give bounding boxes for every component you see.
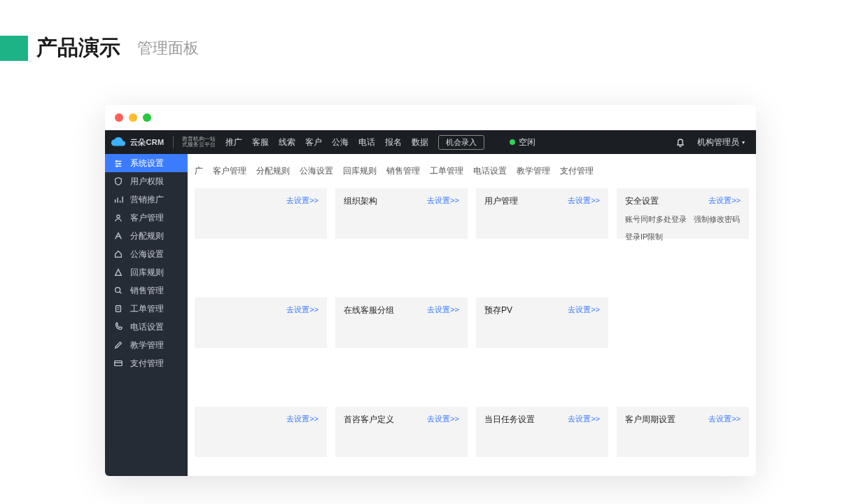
settings-card: 客户周期设置去设置>> bbox=[617, 407, 749, 457]
svg-point-0 bbox=[115, 160, 118, 162]
topbar: 云朵CRM 教育机构一站 式服务云平台 推广 客服 线索 客户 公海 电话 报名… bbox=[105, 130, 756, 154]
rule-icon bbox=[113, 231, 123, 241]
go-settings-link[interactable]: 去设置>> bbox=[568, 304, 600, 316]
sidebar-item-house[interactable]: 公海设置 bbox=[105, 245, 188, 263]
chip[interactable]: 强制修改密码 bbox=[694, 214, 740, 225]
go-settings-link[interactable]: 去设置>> bbox=[427, 414, 459, 426]
go-settings-link[interactable]: 去设置>> bbox=[286, 304, 318, 315]
nav-signup[interactable]: 报名 bbox=[385, 136, 402, 148]
logo-text: 云朵CRM bbox=[130, 137, 164, 148]
sidebar: 系统设置用户权限营销推广客户管理分配规则公海设置回库规则销售管理工单管理电话设置… bbox=[105, 154, 188, 476]
house-icon bbox=[113, 249, 123, 259]
go-settings-link[interactable]: 去设置>> bbox=[568, 414, 600, 426]
record-button[interactable]: 机会录入 bbox=[438, 135, 484, 150]
tab-1[interactable]: 客户管理 bbox=[208, 161, 251, 181]
sidebar-item-pen[interactable]: 教学管理 bbox=[105, 336, 188, 354]
tab-5[interactable]: 销售管理 bbox=[382, 161, 425, 181]
sidebar-item-label: 分配规则 bbox=[130, 230, 164, 242]
cloud-icon bbox=[111, 136, 126, 148]
card-title: 在线客服分组 bbox=[344, 304, 394, 316]
sidebar-item-label: 客户管理 bbox=[130, 212, 164, 224]
sidebar-item-label: 用户权限 bbox=[130, 176, 164, 188]
chip[interactable]: 登录IP限制 bbox=[625, 232, 663, 242]
go-settings-link[interactable]: 去设置>> bbox=[708, 195, 741, 207]
mac-traffic-lights bbox=[105, 105, 756, 130]
sidebar-item-label: 系统设置 bbox=[130, 158, 164, 169]
sidebar-item-rule[interactable]: 分配规则 bbox=[105, 227, 188, 245]
sidebar-item-label: 工单管理 bbox=[130, 303, 164, 315]
nav-pool[interactable]: 公海 bbox=[332, 136, 349, 148]
sidebar-item-doc[interactable]: 工单管理 bbox=[105, 300, 188, 318]
settings-card: 安全设置去设置>>账号同时多处登录强制修改密码登录IP限制 bbox=[617, 188, 749, 239]
chip[interactable]: 账号同时多处登录 bbox=[625, 214, 687, 225]
nav-leads[interactable]: 线索 bbox=[279, 136, 295, 148]
settings-card: 去设置>> bbox=[195, 407, 327, 457]
status-dot-icon bbox=[510, 139, 515, 145]
sidebar-item-card[interactable]: 支付管理 bbox=[105, 354, 188, 372]
shield-icon bbox=[113, 176, 123, 186]
sidebar-item-person[interactable]: 客户管理 bbox=[105, 209, 188, 227]
tab-0[interactable]: 广 bbox=[195, 161, 208, 181]
sidebar-item-chart[interactable]: 营销推广 bbox=[105, 190, 188, 209]
nav-client[interactable]: 客户 bbox=[305, 136, 322, 148]
sidebar-item-triangle[interactable]: 回库规则 bbox=[105, 263, 188, 281]
svg-point-1 bbox=[118, 163, 120, 165]
card-icon bbox=[113, 358, 123, 368]
go-settings-link[interactable]: 去设置>> bbox=[286, 195, 318, 206]
nav-service[interactable]: 客服 bbox=[252, 136, 269, 148]
settings-card: 去设置>> bbox=[195, 188, 327, 239]
svg-point-4 bbox=[115, 288, 120, 293]
go-settings-link[interactable]: 去设置>> bbox=[286, 414, 318, 424]
card-title: 预存PV bbox=[484, 304, 512, 316]
tab-8[interactable]: 教学管理 bbox=[512, 161, 555, 181]
settings-card: 预存PV去设置>> bbox=[476, 298, 608, 348]
chart-icon bbox=[113, 195, 123, 204]
svg-rect-5 bbox=[116, 306, 121, 312]
settings-card: 当日任务设置去设置>> bbox=[476, 407, 608, 457]
nav-data[interactable]: 数据 bbox=[412, 136, 428, 148]
card-title: 用户管理 bbox=[484, 195, 518, 207]
tab-7[interactable]: 电话设置 bbox=[468, 161, 512, 181]
bell-icon[interactable] bbox=[675, 136, 686, 148]
sidebar-item-search-person[interactable]: 销售管理 bbox=[105, 281, 188, 300]
close-dot[interactable] bbox=[115, 113, 123, 122]
user-name: 机构管理员 bbox=[697, 136, 739, 148]
nav-phone[interactable]: 电话 bbox=[358, 136, 375, 148]
chevron-down-icon: ▾ bbox=[742, 139, 745, 146]
maximize-dot[interactable] bbox=[143, 113, 151, 122]
go-settings-link[interactable]: 去设置>> bbox=[708, 414, 741, 426]
tab-6[interactable]: 工单管理 bbox=[425, 161, 468, 181]
go-settings-link[interactable]: 去设置>> bbox=[568, 195, 600, 207]
svg-rect-6 bbox=[115, 361, 122, 366]
nav-promo[interactable]: 推广 bbox=[225, 136, 242, 148]
go-settings-link[interactable]: 去设置>> bbox=[427, 304, 459, 316]
sidebar-item-shield[interactable]: 用户权限 bbox=[105, 172, 188, 190]
sidebar-item-sliders[interactable]: 系统设置 bbox=[105, 154, 188, 172]
sliders-icon bbox=[113, 158, 123, 168]
settings-card: 去设置>> bbox=[195, 298, 327, 348]
status-text: 空闲 bbox=[519, 136, 536, 148]
svg-point-2 bbox=[116, 165, 118, 167]
logo-tagline2: 式服务云平台 bbox=[182, 142, 216, 148]
status-indicator[interactable]: 空闲 bbox=[510, 136, 536, 148]
tab-3[interactable]: 公海设置 bbox=[295, 161, 338, 181]
tab-4[interactable]: 回库规则 bbox=[338, 161, 382, 181]
sidebar-item-label: 营销推广 bbox=[130, 194, 164, 206]
tab-2[interactable]: 分配规则 bbox=[251, 161, 295, 181]
logo[interactable]: 云朵CRM 教育机构一站 式服务云平台 bbox=[105, 130, 221, 154]
person-icon bbox=[113, 213, 123, 223]
tab-9[interactable]: 支付管理 bbox=[555, 161, 598, 181]
triangle-icon bbox=[113, 267, 123, 277]
svg-point-3 bbox=[117, 215, 120, 218]
settings-card: 在线客服分组去设置>> bbox=[335, 298, 468, 348]
sidebar-item-phone[interactable]: 电话设置 bbox=[105, 318, 188, 336]
sidebar-item-label: 教学管理 bbox=[130, 340, 164, 351]
user-menu[interactable]: 机构管理员 ▾ bbox=[697, 136, 745, 148]
go-settings-link[interactable]: 去设置>> bbox=[427, 195, 459, 207]
sidebar-item-label: 销售管理 bbox=[130, 285, 164, 297]
phone-icon bbox=[113, 322, 123, 332]
page-subtitle: 管理面板 bbox=[137, 38, 199, 59]
card-title: 首咨客户定义 bbox=[344, 414, 394, 426]
minimize-dot[interactable] bbox=[129, 113, 137, 122]
app-window: 云朵CRM 教育机构一站 式服务云平台 推广 客服 线索 客户 公海 电话 报名… bbox=[105, 105, 756, 476]
